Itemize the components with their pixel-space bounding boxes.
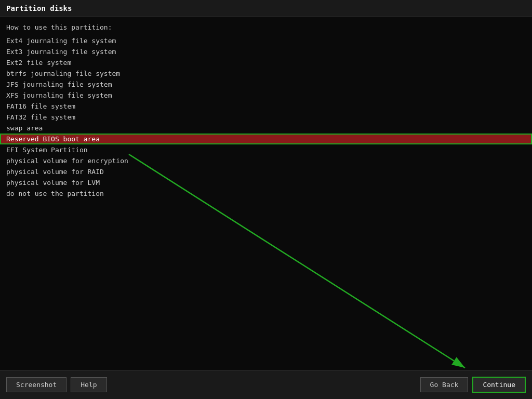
list-item[interactable]: FAT32 file system bbox=[0, 112, 532, 123]
list-item[interactable]: Ext4 journaling file system bbox=[0, 35, 532, 46]
how-to-label: How to use this partition: bbox=[0, 21, 532, 35]
list-item[interactable]: swap area bbox=[0, 123, 532, 134]
list-item[interactable]: physical volume for LVM bbox=[0, 177, 532, 188]
list-item[interactable]: XFS journaling file system bbox=[0, 90, 532, 101]
continue-button[interactable]: Continue bbox=[472, 377, 526, 393]
list-item[interactable]: FAT16 file system bbox=[0, 101, 532, 112]
list-item[interactable]: Ext3 journaling file system bbox=[0, 46, 532, 57]
help-button[interactable]: Help bbox=[71, 377, 107, 392]
list-item[interactable]: do not use the partition bbox=[0, 188, 532, 199]
title-bar: Partition disks bbox=[0, 0, 532, 17]
partition-list: Ext4 journaling file system Ext3 journal… bbox=[0, 35, 532, 199]
list-item[interactable]: JFS journaling file system bbox=[0, 79, 532, 90]
list-item[interactable]: EFI System Partition bbox=[0, 144, 532, 155]
list-item[interactable]: physical volume for encryption bbox=[0, 155, 532, 166]
list-item-selected[interactable]: Reserved BIOS boot area bbox=[0, 134, 532, 144]
screenshot-button[interactable]: Screenshot bbox=[6, 377, 66, 392]
go-back-button[interactable]: Go Back bbox=[420, 377, 469, 392]
bottom-bar: Screenshot Help Go Back Continue bbox=[0, 370, 532, 399]
list-item[interactable]: physical volume for RAID bbox=[0, 166, 532, 177]
content-area: How to use this partition: Ext4 journali… bbox=[0, 17, 532, 370]
list-item[interactable]: btrfs journaling file system bbox=[0, 68, 532, 79]
list-item[interactable]: Ext2 file system bbox=[0, 57, 532, 68]
window-title: Partition disks bbox=[6, 4, 72, 12]
main-container: Partition disks How to use this partitio… bbox=[0, 0, 532, 399]
